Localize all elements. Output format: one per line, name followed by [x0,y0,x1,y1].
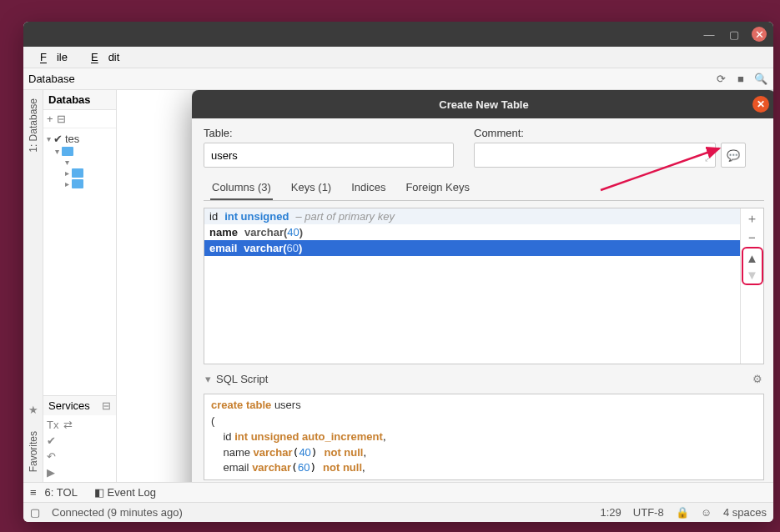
encoding[interactable]: UTF-8 [633,506,664,519]
sidebar-title: Databas [43,90,116,110]
breadcrumb-toolbar: Database ⟳ ■ 🔍 [23,68,773,90]
refresh-icon[interactable]: ⟳ [713,72,728,87]
database-tree[interactable]: ▾✔tes ▾ ▾ ▸ ▸ [43,128,116,395]
collapse-icon[interactable]: ⊟ [57,113,66,125]
left-gutter: 1: Database ★ Favorites [23,90,43,482]
database-sidebar: Databas + ⊟ ▾✔tes ▾ ▾ ▸ ▸ Services ⊟ Tx [43,90,117,482]
status-connected: Connected (9 minutes ago) [52,506,183,519]
services-panel-title[interactable]: Services ⊟ [43,396,116,415]
stop-icon[interactable]: ■ [733,72,748,87]
maximize-icon[interactable]: ▢ [727,27,742,42]
menu-file[interactable]: File [30,49,78,65]
minimize-icon[interactable]: — [702,27,717,42]
commit-icon[interactable]: ✔ [47,434,113,447]
create-table-dialog: Create New Table ✕ Table: Comment: ⤢ [192,90,773,482]
event-log-tab[interactable]: ◧ Event Log [94,486,156,499]
left-tab-database[interactable]: 1: Database [26,93,41,158]
close-icon[interactable]: ✕ [752,27,767,42]
menu-edit[interactable]: Edit [81,49,129,65]
columns-editor: id int unsigned – part of primary key na… [204,208,764,364]
svg-line-0 [601,148,719,190]
favorites-icon[interactable]: ★ [28,404,38,416]
statusbar: ▢ Connected (9 minutes ago) 1:29 UTF-8 🔒… [23,502,773,522]
play-icon[interactable]: ▶ [47,466,113,479]
lock-icon[interactable]: 🔒 [676,506,689,519]
tx-label: Tx [47,419,58,431]
editor-area: Create New Table ✕ Table: Comment: ⤢ [117,90,678,482]
main-window-titlebar: — ▢ ✕ [23,22,773,47]
cursor-position[interactable]: 1:29 [601,506,621,519]
tx-commit-icon[interactable]: ⇄ [63,419,73,431]
rollback-icon[interactable]: ↶ [47,450,113,463]
add-icon[interactable]: + [47,113,53,125]
search-icon[interactable]: 🔍 [753,72,768,87]
collapse-panel-icon[interactable]: ⊟ [102,399,111,412]
menubar: File Edit [23,47,773,68]
indent-setting[interactable]: 4 spaces [723,506,767,519]
breadcrumb-database[interactable]: Database [28,73,75,85]
left-tab-favorites[interactable]: Favorites [26,426,41,477]
person-icon[interactable]: ☺ [701,506,712,519]
bottom-tab[interactable]: 6: TOL [45,486,78,499]
bottom-tool-tabs: ≡ 6: TOL ◧ Event Log [23,482,773,502]
